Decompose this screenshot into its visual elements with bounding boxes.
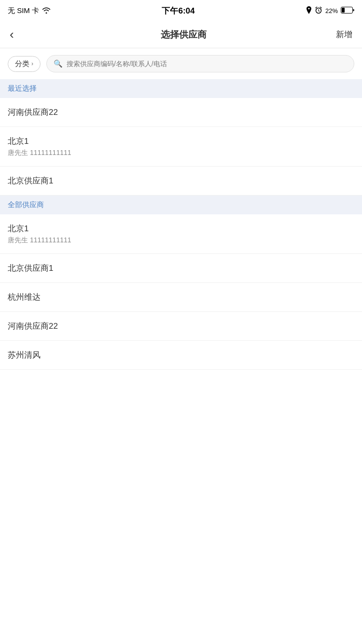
list-item[interactable]: 苏州清风 (0, 341, 362, 370)
item-detail: 唐先生 11111111111 (8, 236, 354, 245)
nav-bar: ‹ 选择供应商 新增 (0, 21, 362, 48)
all-section-label: 全部供应商 (8, 200, 44, 209)
item-name: 苏州清风 (8, 350, 354, 361)
item-name: 河南供应商22 (8, 321, 354, 332)
item-name: 河南供应商22 (8, 107, 354, 118)
list-item[interactable]: 北京1 唐先生 11111111111 (0, 214, 362, 254)
battery-percent: 22% (325, 7, 338, 14)
item-name: 北京供应商1 (8, 175, 354, 186)
no-sim-text: 无 SIM 卡 (8, 6, 39, 15)
svg-rect-2 (342, 8, 345, 13)
item-detail: 唐先生 11111111111 (8, 149, 354, 157)
recent-section-header: 最近选择 (0, 79, 362, 98)
status-left: 无 SIM 卡 (8, 6, 51, 15)
category-filter[interactable]: 分类 › (8, 56, 41, 72)
chevron-right-icon: › (31, 60, 33, 67)
item-name: 北京1 (8, 136, 354, 147)
add-button[interactable]: 新增 (336, 29, 352, 40)
list-item[interactable]: 北京供应商1 (0, 254, 362, 283)
recent-items-list: 河南供应商22 北京1 唐先生 11111111111 北京供应商1 (0, 98, 362, 196)
item-name: 北京1 (8, 223, 354, 234)
status-right: 22% (306, 6, 354, 15)
search-icon: 🔍 (54, 59, 63, 68)
list-item[interactable]: 北京1 唐先生 11111111111 (0, 127, 362, 167)
status-bar: 无 SIM 卡 下午6:04 22% (0, 0, 362, 21)
list-item[interactable]: 河南供应商22 (0, 312, 362, 341)
list-item[interactable]: 杭州维达 (0, 283, 362, 312)
item-name: 杭州维达 (8, 292, 354, 303)
filter-bar: 分类 › 🔍 (0, 48, 362, 79)
category-label: 分类 (15, 59, 29, 69)
page-title: 选择供应商 (161, 28, 207, 41)
search-box[interactable]: 🔍 (46, 55, 354, 72)
back-button[interactable]: ‹ (10, 27, 31, 42)
all-section-header: 全部供应商 (0, 196, 362, 214)
alarm-icon (315, 6, 322, 15)
list-item[interactable]: 北京供应商1 (0, 167, 362, 196)
battery-icon (341, 7, 354, 15)
all-items-list: 北京1 唐先生 11111111111 北京供应商1 杭州维达 河南供应商22 … (0, 214, 362, 370)
status-time: 下午6:04 (162, 5, 195, 16)
location-icon (306, 6, 312, 15)
wifi-icon (42, 7, 51, 15)
item-name: 北京供应商1 (8, 263, 354, 274)
list-item[interactable]: 河南供应商22 (0, 98, 362, 127)
recent-section-label: 最近选择 (8, 84, 37, 92)
search-input[interactable] (67, 60, 347, 68)
